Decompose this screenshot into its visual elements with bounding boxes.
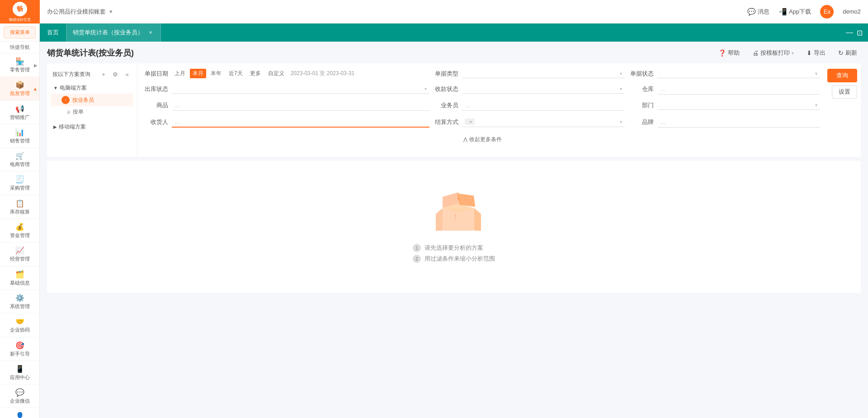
mobile-scheme-header[interactable]: ▶ 移动端方案: [51, 121, 133, 133]
sidebar-item-marketing-label: 营销推广: [10, 114, 30, 120]
settings-scheme-button[interactable]: ⚙: [111, 70, 120, 79]
sidebar-item-finance[interactable]: 💰 资金管理: [0, 219, 39, 242]
date-btn-7days[interactable]: 近7天: [226, 69, 245, 78]
sidebar-item-inventory[interactable]: 📋 库存核算: [0, 195, 39, 219]
template-print-label: 按模板打印: [760, 49, 790, 57]
sales-icon: 📊: [15, 128, 24, 137]
receiver-input[interactable]: …: [172, 116, 429, 128]
sidebar-search-section: 搜索菜单: [0, 24, 39, 42]
breadcrumb: 办公用品行业模拟账套: [47, 8, 106, 16]
scheme-by-salesperson[interactable]: ↑ 按业务员: [51, 94, 133, 106]
sidebar-item-enterprise[interactable]: 🤝 企业协同: [0, 314, 39, 337]
settlement-field: 结算方式 × ▾: [435, 117, 625, 127]
sidebar-item-marketing[interactable]: 📢 营销推广: [0, 101, 39, 124]
export-button[interactable]: ⬇ 导出: [803, 47, 829, 59]
quick-nav-section: 快捷导航: [0, 42, 39, 53]
mobile-scheme-group: ▶ 移动端方案: [51, 121, 133, 133]
query-button[interactable]: 查询: [827, 69, 857, 82]
search-menu-button[interactable]: 搜索菜单: [4, 26, 36, 38]
avatar[interactable]: Ea: [820, 5, 834, 19]
document-type-field: 单据类型 ▾: [435, 69, 625, 78]
quick-nav-button[interactable]: 快捷导航: [4, 44, 36, 51]
svg-text:↑: ↑: [453, 211, 458, 221]
document-type-arrow-icon: ▾: [620, 71, 622, 76]
warehouse-input[interactable]: …: [657, 84, 820, 95]
help-button[interactable]: ❓ 帮助: [715, 47, 743, 59]
tab-minimize-icon[interactable]: —: [846, 28, 853, 37]
breadcrumb-arrow-icon[interactable]: ▾: [109, 8, 113, 15]
logo-text: 畅捷信好生意: [9, 17, 31, 22]
goods-input[interactable]: …: [172, 100, 429, 111]
brand-label: 品牌: [630, 118, 654, 126]
scheme-by-order-icon: ≡: [67, 109, 70, 115]
add-scheme-button[interactable]: +: [99, 70, 108, 79]
sidebar-item-basic[interactable]: 🗂️ 基础信息: [0, 266, 39, 290]
settings-button[interactable]: 设置: [832, 85, 857, 99]
date-btn-custom[interactable]: 自定义: [265, 69, 287, 78]
tab-sales-stat[interactable]: 销货单统计表（按业务员） ×: [66, 24, 161, 42]
settlement-arrow-icon: ▾: [620, 119, 622, 124]
username-label[interactable]: demo2: [843, 8, 861, 15]
desktop-scheme-header[interactable]: ▼ 电脑端方案: [51, 82, 133, 94]
sidebar-item-apps[interactable]: 📱 应用中心: [0, 361, 39, 385]
sidebar-item-wechat[interactable]: 💬 企业微信: [0, 385, 39, 408]
sidebar-item-ecommerce[interactable]: 🛒 电商管理: [0, 148, 39, 171]
page-title-bar: 销货单统计表(按业务员) ❓ 帮助 🖨 按模板打印 ▾ ⬇ 导出: [47, 47, 861, 59]
scheme-by-order[interactable]: ≡ 按单: [51, 106, 133, 118]
sidebar-item-wholesale[interactable]: 📦 批发管理 ▲: [0, 77, 39, 100]
step-1-num: 1: [413, 244, 421, 252]
tab-close-icon[interactable]: ×: [147, 29, 154, 36]
sidebar-item-sales[interactable]: 📊 销售管理: [0, 124, 39, 148]
filter-row-3: 商品 … 业务员 …: [145, 100, 820, 111]
filter-sidebar: 按以下方案查询 + ⚙ « ▼ 电脑端方案: [47, 63, 137, 157]
outbound-status-select[interactable]: ▾: [172, 85, 429, 94]
empty-step-1: 1 请先选择要分析的方案: [413, 244, 495, 252]
settlement-select[interactable]: × ▾: [462, 117, 625, 127]
tab-home[interactable]: 首页: [40, 24, 66, 42]
date-btn-this-year[interactable]: 本年: [208, 69, 224, 78]
sidebar-item-retail-label: 零售管理: [10, 66, 30, 73]
tab-home-label: 首页: [47, 28, 59, 37]
help-icon: ❓: [718, 49, 726, 57]
settlement-label: 结算方式: [435, 118, 458, 126]
salesperson-input[interactable]: …: [462, 100, 625, 111]
date-btn-more[interactable]: 更多: [247, 69, 264, 78]
message-icon: 💬: [747, 8, 756, 16]
sidebar-item-newbie[interactable]: 🎯 新手引导: [0, 337, 39, 361]
sidebar-item-basic-label: 基础信息: [10, 280, 30, 286]
sidebar-item-retail[interactable]: 🏪 零售管理 ▶: [0, 53, 39, 77]
sidebar-item-purchase[interactable]: 🧾 采购管理: [0, 171, 39, 195]
sidebar-item-member[interactable]: 👤 畅会员: [0, 408, 39, 418]
header-left: 办公用品行业模拟账套 ▾: [47, 8, 113, 16]
refresh-button[interactable]: ↻ 刷新: [835, 47, 861, 59]
enterprise-icon: 🤝: [15, 317, 24, 326]
document-status-select[interactable]: ▾: [657, 69, 820, 78]
date-btn-this-month[interactable]: 本月: [190, 69, 206, 78]
payment-status-select[interactable]: ▾: [462, 85, 625, 94]
tab-sales-stat-label: 销货单统计表（按业务员）: [73, 28, 143, 37]
payment-status-arrow-icon: ▾: [620, 86, 622, 91]
department-select[interactable]: ▾: [657, 101, 820, 110]
receiver-field: 收货人 …: [145, 116, 429, 128]
salesperson-dots-icon: …: [465, 102, 471, 109]
brand-input[interactable]: …: [657, 117, 820, 128]
department-field: 部门 ▾: [630, 101, 820, 110]
message-button[interactable]: 💬 消息: [747, 8, 769, 16]
export-icon: ⬇: [807, 49, 812, 57]
document-type-select[interactable]: ▾: [462, 69, 625, 78]
warehouse-field: 仓库 …: [630, 84, 820, 95]
empty-illustration: ✦ ↑: [431, 188, 486, 233]
template-print-button[interactable]: 🖨 按模板打印 ▾: [749, 47, 797, 59]
warehouse-dots-icon: …: [660, 86, 666, 92]
sidebar-item-system[interactable]: ⚙️ 系统管理: [0, 290, 39, 314]
date-btn-last-month[interactable]: 上月: [172, 69, 188, 78]
app-download-button[interactable]: 📲 App下载: [778, 8, 811, 16]
collapse-sidebar-button[interactable]: «: [123, 70, 132, 79]
settlement-tag-close-button[interactable]: ×: [469, 119, 472, 124]
filter-tree: ▼ 电脑端方案 ↑ 按业务员 ≡ 按单: [47, 82, 137, 133]
tab-maximize-icon[interactable]: ⊡: [857, 28, 863, 37]
brand-field: 品牌 …: [630, 117, 820, 128]
sidebar-item-wechat-label: 企业微信: [10, 398, 30, 404]
collapse-more-button[interactable]: ⋀ 收起更多条件: [463, 133, 502, 146]
sidebar-item-operations[interactable]: 📈 经营管理: [0, 242, 39, 266]
